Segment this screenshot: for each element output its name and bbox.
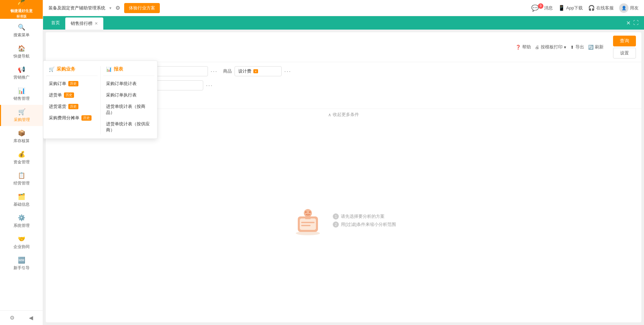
logo-sub: 标准版 [16,14,27,19]
empty-illustration [291,206,325,237]
print-arrow-icon: ▾ [564,45,566,50]
sidebar-item-marketing[interactable]: 📢 营销推广 [0,63,43,84]
tip-text-2: 用[过滤]条件来缩小分析范围 [341,221,396,228]
goods-dots[interactable]: ··· [284,68,291,75]
solution-button[interactable]: 体验行业方案 [124,3,160,13]
sidebar-label-purchase: 采购管理 [14,117,30,123]
tabbar: 首页 销售排行榜 ✕ ✕ ⛶ [43,16,644,30]
sidebar-logo: 🍊 畅捷通好生意 标准版 [0,0,43,19]
message-item[interactable]: 💬 9 消息 [531,4,553,12]
topbar-settings-icon[interactable]: ⚙ [115,5,120,11]
app-label: App下载 [566,5,583,11]
collapse-label: 收起更多条件 [333,112,359,118]
refresh-btn[interactable]: 🔄 刷新 [588,44,604,50]
help-label: 帮助 [522,44,531,50]
dropdown-item-incoming[interactable]: 进货单 历史 [46,89,98,101]
dropdown-item-incoming-by-supplier[interactable]: 进货单统计表（按供应商） [103,118,155,136]
filter-toolbar: ❓ 帮助 🖨 按模板打印 ▾ ⬆ 导出 🔄 刷新 查询 [46,32,641,62]
svg-point-6 [309,211,311,213]
sidebar-item-quicknav[interactable]: 🏠 快捷导航 [0,41,43,63]
dropdown-menu-inner: 🛒 采购业务 采购订单 历史 进货单 历史 进货退货 [43,61,157,138]
salesperson-input[interactable] [149,80,203,90]
tip-num-2: 2 [333,221,339,228]
print-icon: 🖨 [535,45,539,50]
print-btn[interactable]: 🖨 按模板打印 ▾ [535,44,566,50]
app-download-item[interactable]: 📱 App下载 [558,5,583,11]
dropdown-item-label: 进货单 [49,92,62,98]
topbar: 装备及固定资产辅助管理系统 ▾ ⚙ 体验行业方案 💬 9 消息 📱 App下载 … [43,0,644,16]
sidebar-label-inventory: 库存核算 [13,138,30,144]
settings-button[interactable]: 设置 [613,48,636,58]
guide-icon: 🆕 [18,256,25,264]
purchase-col-title: 采购业务 [57,66,75,72]
dropdown-item-expense[interactable]: 采购费用分摊单 历史 [46,112,98,124]
export-label: 导出 [575,44,584,50]
empty-state: 1 请先选择要分析的方案 2 用[过滤]条件来缩小分析范围 [46,120,641,322]
sidebar-item-finance[interactable]: 💰 资金管理 [0,147,43,168]
dropdown-item-incoming-by-goods[interactable]: 进货单统计表（按商品） [103,101,155,118]
salesperson-dots[interactable]: ··· [206,82,213,89]
status-input[interactable] [154,66,208,76]
content-area: ❓ 帮助 🖨 按模板打印 ▾ ⬆ 导出 🔄 刷新 查询 [43,30,644,325]
sidebar-label-cooperation: 企业协同 [13,244,30,250]
app-icon: 📱 [558,5,565,11]
dropdown-item-label: 进货单统计表（按商品） [106,104,152,116]
sidebar-item-system[interactable]: ⚙️ 系统管理 [0,211,43,232]
history-tag: 历史 [64,92,74,98]
topbar-dropdown-arrow[interactable]: ▾ [109,6,111,10]
message-icon: 💬 [531,4,539,12]
report-col-title: 报表 [114,66,123,72]
tip-text-1: 请先选择要分析的方案 [341,213,385,219]
tab-close-icon[interactable]: ✕ [95,21,98,26]
goods-input[interactable]: 设计费 × [235,66,282,76]
dropdown-item-purchase-order[interactable]: 采购订单 历史 [46,78,98,89]
svg-point-5 [305,211,307,213]
refresh-label: 刷新 [595,44,604,50]
avatar: 👤 [619,3,629,13]
tab-right-actions: ✕ ⛶ [626,16,641,30]
refresh-icon: 🔄 [588,45,594,50]
sidebar-nav: 🔍 搜索菜单 🏠 快捷导航 📢 营销推广 📊 销售管理 🛒 采购管理 📦 库存核… [0,19,43,310]
history-tag: 历史 [81,115,92,121]
dropdown-item-return[interactable]: 进货退货 历史 [46,101,98,112]
status-dots[interactable]: ··· [211,68,218,75]
export-btn[interactable]: ⬆ 导出 [570,44,584,50]
dropdown-item-purchase-stats[interactable]: 采购订单统计表 [103,78,155,89]
dropdown-item-purchase-exec[interactable]: 采购订单执行表 [103,89,155,101]
search-icon: 🔍 [18,24,25,31]
user-item[interactable]: 👤 用友 [619,3,639,13]
system-title: 装备及固定资产辅助管理系统 [48,5,105,11]
sidebar-item-cooperation[interactable]: 🤝 企业协同 [0,232,43,253]
sidebar-settings-btn[interactable]: ⚙ [10,315,14,321]
sidebar-item-guide[interactable]: 🆕 新手引导 [0,253,43,274]
dropdown-item-label: 进货退货 [49,104,66,110]
purchase-col-icon: 🛒 [49,67,55,72]
purchase-col-header: 🛒 采购业务 [46,65,98,76]
sidebar-item-basicinfo[interactable]: 🗂️ 基础信息 [0,190,43,211]
home-icon: 🏠 [18,45,25,52]
sidebar-item-operations[interactable]: 📋 经营管理 [0,168,43,190]
svg-rect-4 [305,216,311,219]
sidebar-item-search[interactable]: 🔍 搜索菜单 [0,20,43,41]
sidebar-collapse-btn[interactable]: ◀ [29,315,33,321]
sidebar-label-quicknav: 快捷导航 [13,53,30,59]
tab-sales-rank[interactable]: 销售排行榜 ✕ [65,17,103,30]
window-close-icon[interactable]: ✕ [626,20,631,26]
help-btn[interactable]: ❓ 帮助 [515,44,531,50]
empty-tips: 1 请先选择要分析的方案 2 用[过滤]条件来缩小分析范围 [333,213,396,230]
sidebar-label-marketing: 营销推广 [13,75,30,80]
inventory-icon: 📦 [18,129,25,137]
sidebar-item-sales[interactable]: 📊 销售管理 [0,84,43,105]
empty-tip-1: 1 请先选择要分析的方案 [333,213,396,219]
sidebar-footer: ⚙ ◀ [0,310,43,325]
goods-tag[interactable]: × [253,69,258,73]
sidebar-item-inventory[interactable]: 📦 库存核算 [0,126,43,147]
empty-tip-2: 2 用[过滤]条件来缩小分析范围 [333,221,396,228]
basicinfo-icon: 🗂️ [18,193,25,200]
window-maximize-icon[interactable]: ⛶ [633,20,639,26]
query-button[interactable]: 查询 [613,36,636,46]
tab-home[interactable]: 首页 [46,16,65,30]
dropdown-item-label: 采购订单 [49,81,66,87]
service-item[interactable]: 🎧 在线客服 [588,5,614,11]
sidebar-item-purchase[interactable]: 🛒 采购管理 [0,105,43,126]
